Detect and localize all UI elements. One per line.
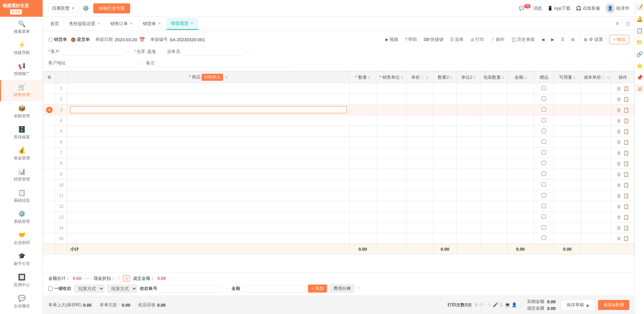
tab-sales-return-close-icon[interactable]: ✕ (191, 21, 194, 25)
unit2-cell[interactable] (457, 212, 480, 223)
unit-cell[interactable] (376, 233, 407, 244)
qty2-cell[interactable] (433, 83, 457, 94)
price-cell[interactable] (407, 212, 433, 223)
amount-cell[interactable] (507, 115, 534, 126)
available-cell[interactable] (554, 190, 581, 201)
price-cell[interactable] (407, 83, 433, 94)
available-cell[interactable] (554, 201, 581, 212)
customer-dots-icon[interactable]: ··· (125, 49, 129, 54)
amount-cell[interactable] (507, 169, 534, 180)
settings-button[interactable]: ⚙ ⚙ 设置 (580, 35, 607, 44)
unit-cell[interactable] (376, 126, 407, 137)
cost-cell[interactable] (581, 126, 611, 137)
copy-row-icon[interactable]: 📋 (623, 161, 629, 166)
qty2-sort-icon[interactable]: ⇅ (449, 76, 452, 79)
copy-row-icon[interactable]: 📋 (623, 204, 629, 209)
qty2-cell[interactable] (433, 158, 457, 169)
pack-cell[interactable] (480, 105, 507, 115)
gift-checkbox[interactable] (542, 182, 546, 187)
sidebar-item-basic[interactable]: 📋 基础信息 (0, 186, 43, 207)
pack-cell[interactable] (480, 158, 507, 169)
qty2-cell[interactable] (433, 94, 457, 105)
unit2-cell[interactable] (457, 83, 480, 94)
sidebar-item-sales[interactable]: 🛒 销售管理 (0, 80, 43, 101)
right-panel-icon-3[interactable]: 📋 (635, 26, 644, 35)
product-input[interactable] (70, 106, 346, 113)
select-btn[interactable]: ☰ 选单 (448, 36, 466, 44)
unit2-cell[interactable] (457, 94, 480, 105)
next-btn[interactable]: ▶ (549, 36, 556, 43)
sidebar-item-enterprise[interactable]: 🤝 企业协同 (0, 228, 43, 249)
price-cell[interactable] (407, 137, 433, 147)
unit2-cell[interactable] (457, 223, 480, 233)
sidebar-item-member[interactable]: 👑 畅会员 (0, 312, 43, 314)
account-dots-icon[interactable]: ··· (225, 286, 229, 291)
unit-cell[interactable] (376, 137, 407, 147)
unit2-cell[interactable] (457, 147, 480, 158)
delete-row-icon[interactable]: 🗑 (616, 150, 621, 155)
cost-cell[interactable] (581, 180, 611, 190)
add-row-button[interactable]: + (46, 107, 53, 113)
pack-cell[interactable] (480, 94, 507, 105)
pack-cell[interactable] (480, 115, 507, 126)
available-cell[interactable] (554, 169, 581, 180)
sidebar-item-wechat[interactable]: 💬 企业微信 (0, 291, 43, 312)
pack-cell[interactable] (480, 126, 507, 137)
amount-cell[interactable] (507, 94, 534, 105)
amount-cell[interactable] (507, 212, 534, 223)
unit-cell[interactable] (376, 190, 407, 201)
save-new-button[interactable]: 保存&新增 (598, 300, 629, 310)
available-cell[interactable] (554, 126, 581, 137)
copy-row-icon[interactable]: 📋 (623, 193, 629, 198)
sidebar-item-guide[interactable]: 🎓 新手引导 (0, 249, 43, 270)
warehouse-dots-icon[interactable]: ··· (158, 49, 162, 54)
unit-sort-icon[interactable]: ⇅ (400, 76, 403, 79)
salesperson-dots-icon[interactable]: ··· (246, 49, 250, 54)
copy-row-icon[interactable]: 📋 (623, 214, 629, 220)
topbar-gear-icon[interactable]: ⚙️ (83, 5, 89, 11)
pack-cell[interactable] (480, 212, 507, 223)
amount-cell[interactable] (507, 147, 534, 158)
qty-cell[interactable] (350, 126, 376, 137)
unit-cell[interactable] (376, 201, 407, 212)
account-input[interactable] (160, 285, 222, 293)
gift-checkbox[interactable] (542, 118, 546, 122)
one-key-pay-input[interactable] (48, 287, 53, 291)
gift-checkbox[interactable] (542, 129, 546, 133)
gift-cell[interactable] (534, 137, 554, 147)
delete-row-icon[interactable]: 🗑 (616, 107, 621, 113)
app-download-item[interactable]: 📱 App下载 (547, 5, 571, 11)
product-cell[interactable] (67, 233, 350, 244)
qty-cell[interactable] (350, 180, 376, 190)
delete-row-icon[interactable]: 🗑 (616, 97, 621, 102)
copy-row-icon[interactable]: 📋 (623, 182, 629, 188)
calendar-icon[interactable]: 📅 (139, 37, 145, 42)
gift-cell[interactable] (534, 180, 554, 190)
product-cell[interactable] (67, 158, 350, 169)
gift-cell[interactable] (534, 169, 554, 180)
delete-row-icon[interactable]: 🗑 (616, 118, 621, 123)
qty2-cell[interactable] (433, 115, 457, 126)
sidebar-item-shortcut[interactable]: ⚡ 快捷导航 (0, 38, 43, 59)
pack-cell[interactable] (480, 201, 507, 212)
unit-cell[interactable] (376, 212, 407, 223)
copy-row-icon[interactable]: 📋 (623, 86, 629, 91)
online-service-item[interactable]: 🎧 在线客服 (576, 5, 600, 11)
available-cell[interactable] (554, 158, 581, 169)
amount-cell[interactable] (507, 126, 534, 137)
amount-cell[interactable] (507, 233, 534, 244)
sidebar-item-purchase[interactable]: 📦 采购管理 (0, 101, 43, 122)
user-item[interactable]: 👤 徐泽华 (605, 4, 629, 13)
cost-cell[interactable] (581, 83, 611, 94)
salesperson-input[interactable] (182, 48, 244, 56)
shortcut-btn[interactable]: ⌨ 快捷键 (422, 36, 445, 44)
qty-cell[interactable] (350, 223, 376, 233)
delete-row-icon[interactable]: 🗑 (616, 182, 621, 188)
save-draft-button[interactable]: 保存草稿 ▲ (561, 300, 595, 310)
sidebar-item-apps[interactable]: 🔲 应用中心 (0, 270, 43, 291)
unit-cell[interactable] (376, 158, 407, 169)
sidebar-item-operation[interactable]: 📊 经营管理 (0, 165, 43, 186)
qty2-cell[interactable] (433, 126, 457, 137)
tab-maximize-button[interactable]: ⊡ (624, 20, 632, 27)
product-cell[interactable] (67, 83, 350, 94)
